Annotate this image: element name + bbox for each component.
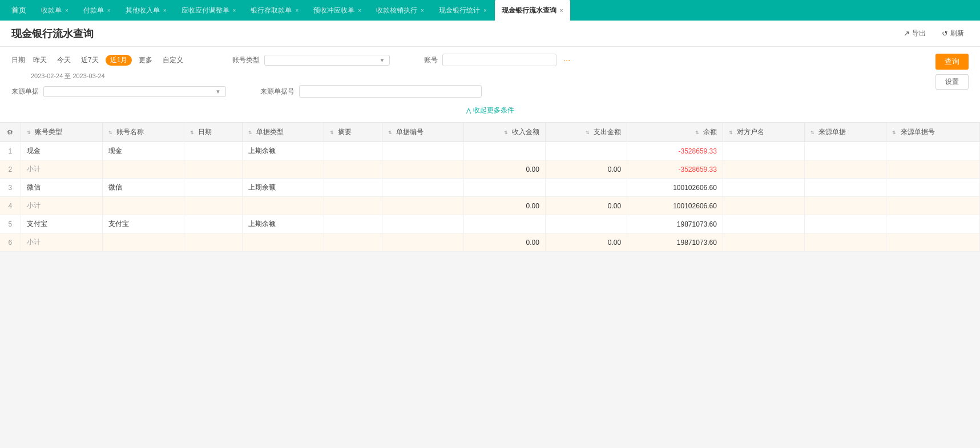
tab-adjustments[interactable]: 应收应付调整单 × xyxy=(175,0,243,21)
cell-account-name xyxy=(102,233,184,252)
cell-doc-no xyxy=(382,233,463,252)
close-other-income-tab[interactable]: × xyxy=(163,7,167,14)
cell-summary xyxy=(324,142,382,160)
account-type-select[interactable]: ▼ xyxy=(264,55,390,66)
cell-source-doc xyxy=(805,197,886,215)
data-table-container: ⚙ ⇅ 账号类型 ⇅ 账号名称 ⇅ 日期 ⇅ 单据类型 xyxy=(0,123,980,252)
tab-other-income[interactable]: 其他收入单 × xyxy=(119,0,174,21)
source-doc-num-filter-group: 来源单据号 xyxy=(260,85,482,98)
close-adjustments-tab[interactable]: × xyxy=(233,7,236,14)
date-filter-group: 日期 昨天 今天 近7天 近1月 更多 自定义 xyxy=(11,55,187,66)
gear-icon[interactable]: ⚙ xyxy=(7,128,13,136)
col-income[interactable]: ⇅ 收入金额 xyxy=(463,123,545,142)
close-advance-offset-tab[interactable]: × xyxy=(358,7,361,14)
cell-account-name: 现金 xyxy=(102,142,184,160)
sort-icon: ⇅ xyxy=(27,130,31,135)
account-filter-group: 账号 ··· xyxy=(424,54,572,66)
cell-source-doc-no xyxy=(886,233,980,252)
cell-doc-type: 上期余额 xyxy=(242,215,324,233)
sort-icon: ⇅ xyxy=(190,130,194,135)
sort-icon: ⇅ xyxy=(388,130,392,135)
cell-account-name xyxy=(102,160,184,179)
date-7days[interactable]: 近7天 xyxy=(78,55,102,66)
cell-source-doc xyxy=(805,142,886,160)
cell-counterparty xyxy=(723,197,804,215)
cell-date xyxy=(184,215,242,233)
filter-area: 日期 昨天 今天 近7天 近1月 更多 自定义 账号类型 ▼ xyxy=(0,47,980,123)
col-account-type[interactable]: ⇅ 账号类型 xyxy=(21,123,102,142)
cell-expense xyxy=(545,179,627,197)
cell-doc-no xyxy=(382,179,463,197)
tab-payments[interactable]: 付款单 × xyxy=(76,0,118,21)
col-counterparty[interactable]: ⇅ 对方户名 xyxy=(723,123,804,142)
cell-date xyxy=(184,233,242,252)
date-today[interactable]: 今天 xyxy=(54,55,74,66)
cell-balance: -3528659.33 xyxy=(627,160,723,179)
date-1month[interactable]: 近1月 xyxy=(106,55,132,66)
close-bank-deposits-tab[interactable]: × xyxy=(295,7,299,14)
table-row: 3 微信 微信 上期余额 100102606.60 xyxy=(0,179,980,197)
cell-balance: 100102606.60 xyxy=(627,179,723,197)
cell-doc-no xyxy=(382,197,463,215)
sort-icon: ⇅ xyxy=(695,130,699,135)
page-title: 现金银行流水查询 xyxy=(11,27,94,41)
account-dots-button[interactable]: ··· xyxy=(561,55,572,64)
query-button[interactable]: 查询 xyxy=(935,54,969,70)
cell-source-doc-no xyxy=(886,179,980,197)
home-tab[interactable]: 首页 xyxy=(5,5,33,15)
col-balance[interactable]: ⇅ 余额 xyxy=(627,123,723,142)
collapse-filter-bar[interactable]: ⋀ 收起更多条件 xyxy=(11,103,969,116)
tab-cash-bank-stats[interactable]: 现金银行统计 × xyxy=(432,0,494,21)
cell-source-doc-no xyxy=(886,142,980,160)
date-custom[interactable]: 自定义 xyxy=(159,55,187,66)
close-cash-bank-flow-tab[interactable]: × xyxy=(560,7,563,14)
source-doc-num-input[interactable] xyxy=(304,87,477,95)
date-shortcuts: 昨天 今天 近7天 近1月 更多 自定义 xyxy=(30,55,187,66)
source-doc-select[interactable]: ▼ xyxy=(43,86,226,97)
sort-icon: ⇅ xyxy=(810,130,814,135)
account-input[interactable] xyxy=(447,56,551,64)
sort-icon: ⇅ xyxy=(504,130,508,135)
col-doc-type[interactable]: ⇅ 单据类型 xyxy=(242,123,324,142)
col-doc-no[interactable]: ⇅ 单据编号 xyxy=(382,123,463,142)
export-button[interactable]: ↗ 导出 xyxy=(899,26,930,41)
col-account-name[interactable]: ⇅ 账号名称 xyxy=(102,123,184,142)
tab-bank-deposits[interactable]: 银行存取款单 × xyxy=(244,0,305,21)
cell-expense: 0.00 xyxy=(545,197,627,215)
settings-button[interactable]: 设置 xyxy=(935,74,969,90)
row-number: 3 xyxy=(0,179,21,197)
cell-summary xyxy=(324,197,382,215)
date-yesterday[interactable]: 昨天 xyxy=(30,55,50,66)
col-source-doc-no[interactable]: ⇅ 来源单据号 xyxy=(886,123,980,142)
export-icon: ↗ xyxy=(904,29,910,38)
cell-doc-type xyxy=(242,233,324,252)
cell-source-doc xyxy=(805,233,886,252)
cell-balance: 19871073.60 xyxy=(627,215,723,233)
close-cash-bank-stats-tab[interactable]: × xyxy=(483,7,487,14)
col-expense[interactable]: ⇅ 支出金额 xyxy=(545,123,627,142)
tab-receipts[interactable]: 收款单 × xyxy=(34,0,75,21)
cell-income: 0.00 xyxy=(463,160,545,179)
cell-account-name: 支付宝 xyxy=(102,215,184,233)
close-receipt-verification-tab[interactable]: × xyxy=(421,7,424,14)
collapse-up-icon: ⋀ xyxy=(466,107,471,114)
row-number: 2 xyxy=(0,160,21,179)
cell-source-doc xyxy=(805,160,886,179)
tab-receipt-verification[interactable]: 收款核销执行 × xyxy=(369,0,431,21)
tab-advance-offset[interactable]: 预收冲应收单 × xyxy=(306,0,368,21)
col-gear[interactable]: ⚙ xyxy=(0,123,21,142)
page-header: 现金银行流水查询 ↗ 导出 ↺ 刷新 xyxy=(0,21,980,47)
refresh-icon: ↺ xyxy=(942,29,948,38)
date-more[interactable]: 更多 xyxy=(135,55,156,66)
sort-icon: ⇅ xyxy=(330,130,334,135)
sort-icon: ⇅ xyxy=(892,130,896,135)
col-date[interactable]: ⇅ 日期 xyxy=(184,123,242,142)
close-payments-tab[interactable]: × xyxy=(107,7,111,14)
col-source-doc[interactable]: ⇅ 来源单据 xyxy=(805,123,886,142)
cell-expense xyxy=(545,142,627,160)
cell-summary xyxy=(324,233,382,252)
close-receipts-tab[interactable]: × xyxy=(65,7,68,14)
tab-cash-bank-flow[interactable]: 现金银行流水查询 × xyxy=(495,0,570,21)
refresh-button[interactable]: ↺ 刷新 xyxy=(937,26,969,41)
col-summary[interactable]: ⇅ 摘要 xyxy=(324,123,382,142)
